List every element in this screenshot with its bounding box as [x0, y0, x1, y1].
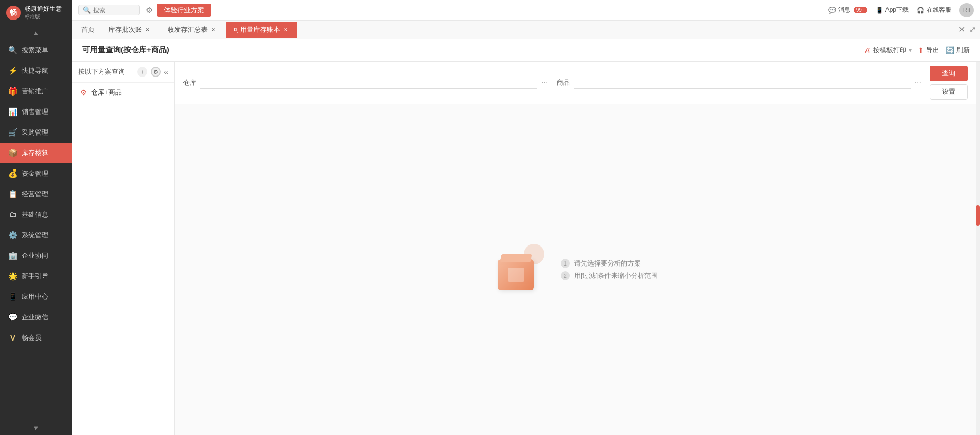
topbar: 🔍 ⚙ 体验行业方案 💬 消息 99+ 📱 App下载 🎧 在线客服 Rit [72, 0, 980, 21]
scroll-down-btn[interactable]: ▼ [0, 421, 72, 435]
sidebar-item-system[interactable]: ⚙️ 系统管理 [0, 225, 72, 245]
print-label: 按模板打印 [873, 46, 907, 55]
add-scheme-btn[interactable]: ＋ [137, 67, 147, 77]
logo-area: 畅 畅康通好生意 标准版 [0, 0, 72, 26]
search-icon-topbar: 🔍 [83, 6, 91, 14]
left-panel-title: 按以下方案查询 [78, 67, 133, 77]
topbar-right: 💬 消息 99+ 📱 App下载 🎧 在线客服 Rit [828, 3, 974, 17]
right-scrollbar[interactable] [976, 62, 980, 435]
hint-2: 2 用[过滤]条件来缩小分析范围 [561, 271, 658, 280]
scrollbar-thumb[interactable] [976, 205, 980, 226]
sidebar-item-purchase[interactable]: 🛒 采购管理 [0, 122, 72, 143]
sidebar-item-label: 营销推广 [22, 87, 48, 96]
service-btn[interactable]: 🎧 在线客服 [917, 6, 951, 14]
scheme-item[interactable]: ⚙ 仓库+商品 [72, 83, 174, 102]
sidebar-item-search[interactable]: 🔍 搜索菜单 [0, 40, 72, 61]
collapse-panel-icon[interactable]: « [164, 68, 168, 76]
cart-icon: 🛒 [8, 128, 17, 137]
user-name: Rit [963, 7, 971, 14]
sidebar-item-enterprise[interactable]: 🏢 企业协同 [0, 245, 72, 266]
sidebar-item-label: 企业协同 [22, 251, 48, 260]
hint-num-2: 2 [561, 271, 570, 280]
sidebar-item-label: 基础信息 [22, 210, 48, 219]
sidebar-item-inventory[interactable]: 📦 库存核算 [0, 143, 72, 163]
sidebar-item-sales[interactable]: 📊 销售管理 [0, 102, 72, 122]
tab-home-label: 首页 [81, 26, 95, 33]
tab-batch-close[interactable]: × [144, 26, 151, 33]
main-area: 🔍 ⚙ 体验行业方案 💬 消息 99+ 📱 App下载 🎧 在线客服 Rit [72, 0, 980, 435]
sidebar-item-basicinfo[interactable]: 🗂 基础信息 [0, 204, 72, 225]
sidebar-item-label: 畅会员 [22, 333, 42, 343]
product-input[interactable] [574, 77, 911, 89]
sidebar-item-label: 资金管理 [22, 169, 48, 178]
logo-icon: 畅 [6, 6, 21, 20]
sidebar-item-label: 企业微信 [22, 313, 48, 322]
sidebar-item-label: 搜索菜单 [22, 46, 48, 55]
tab-summary-close[interactable]: × [210, 26, 217, 33]
tab-bar: 首页 库存批次账 × 收发存汇总表 × 可用量库存账本 × ✕ ⤢ [72, 21, 980, 39]
warehouse-more-icon[interactable]: ··· [541, 78, 548, 87]
box-icon: 📦 [8, 148, 17, 158]
sidebar-item-quicknav[interactable]: ⚡ 快捷导航 [0, 61, 72, 81]
sidebar-item-marketing[interactable]: 🎁 营销推广 [0, 81, 72, 102]
empty-state: 1 请先选择要分析的方案 2 用[过滤]条件来缩小分析范围 [175, 104, 976, 435]
refresh-btn[interactable]: 🔄 刷新 [946, 46, 970, 55]
sidebar-item-label: 应用中心 [22, 292, 48, 301]
app-download-btn[interactable]: 📱 App下载 [876, 6, 909, 14]
fullscreen-icon[interactable]: ⤢ [969, 25, 976, 34]
tab-available-close[interactable]: × [282, 26, 289, 33]
product-label: 商品 [557, 78, 570, 87]
sidebar-item-wechat[interactable]: 💬 企业微信 [0, 307, 72, 328]
phone-icon: 📱 [876, 7, 883, 14]
gift-icon: 🎁 [8, 87, 17, 96]
star-icon: 🌟 [8, 272, 17, 281]
sidebar-item-label: 销售管理 [22, 107, 48, 117]
warehouse-input[interactable] [200, 77, 537, 89]
scheme-settings-btn[interactable]: ⚙ [151, 67, 161, 77]
search-input[interactable] [93, 7, 129, 14]
folder-icon: 🗂 [8, 210, 17, 219]
sidebar-item-newbie[interactable]: 🌟 新手引导 [0, 266, 72, 287]
query-button[interactable]: 查询 [930, 66, 968, 81]
export-icon: ⬆ [918, 46, 924, 54]
app-badge: 标准版 [25, 13, 62, 21]
money-icon: 💰 [8, 169, 17, 178]
sidebar-item-member[interactable]: V 畅会员 [0, 328, 72, 348]
tab-batch[interactable]: 库存批次账 × [101, 22, 159, 38]
app-label: App下载 [885, 6, 909, 14]
scroll-up-btn[interactable]: ▲ [0, 26, 72, 40]
refresh-icon: 🔄 [946, 46, 954, 54]
product-more-icon[interactable]: ··· [915, 78, 921, 87]
msg-icon: 💬 [828, 7, 836, 14]
avatar[interactable]: Rit [959, 3, 974, 17]
tab-home[interactable]: 首页 [76, 22, 100, 37]
settings-gear-icon[interactable]: ⚙ [146, 6, 153, 15]
search-bar[interactable]: 🔍 [78, 5, 140, 15]
sidebar-nav: 🔍 搜索菜单 ⚡ 快捷导航 🎁 营销推广 📊 销售管理 🛒 采购管理 📦 库存核… [0, 40, 72, 421]
filter-bar: 仓库 ··· 商品 ··· 查询 设置 [175, 62, 976, 104]
service-label: 在线客服 [927, 6, 951, 14]
tab-batch-label: 库存批次账 [108, 25, 142, 34]
export-label: 导出 [926, 46, 939, 55]
warehouse-label: 仓库 [183, 78, 196, 87]
sidebar-item-appcenter[interactable]: 📱 应用中心 [0, 287, 72, 307]
msg-btn[interactable]: 💬 消息 99+ [828, 6, 867, 14]
industry-btn[interactable]: 体验行业方案 [157, 4, 211, 17]
hint-text-2: 用[过滤]条件来缩小分析范围 [574, 271, 658, 280]
content-area: 按以下方案查询 ＋ ⚙ « ⚙ 仓库+商品 仓库 ··· [72, 62, 980, 435]
print-btn[interactable]: 🖨 按模板打印 ▾ [864, 46, 912, 55]
close-tab-icon[interactable]: ✕ [958, 25, 965, 34]
sidebar-item-label: 采购管理 [22, 128, 48, 137]
tab-summary-label: 收发存汇总表 [168, 25, 208, 34]
msg-label: 消息 [838, 6, 850, 14]
export-btn[interactable]: ⬆ 导出 [918, 46, 939, 55]
tab-summary[interactable]: 收发存汇总表 × [160, 22, 225, 38]
sidebar-item-operations[interactable]: 📋 经营管理 [0, 184, 72, 204]
chart-icon: 📊 [8, 107, 17, 117]
settings-button[interactable]: 设置 [930, 84, 968, 100]
chevron-down-icon[interactable]: ▾ [909, 47, 912, 54]
chat-icon: 💬 [8, 313, 17, 322]
empty-hints: 1 请先选择要分析的方案 2 用[过滤]条件来缩小分析范围 [561, 259, 658, 280]
sidebar-item-finance[interactable]: 💰 资金管理 [0, 163, 72, 184]
tab-available[interactable]: 可用量库存账本 × [226, 22, 297, 38]
